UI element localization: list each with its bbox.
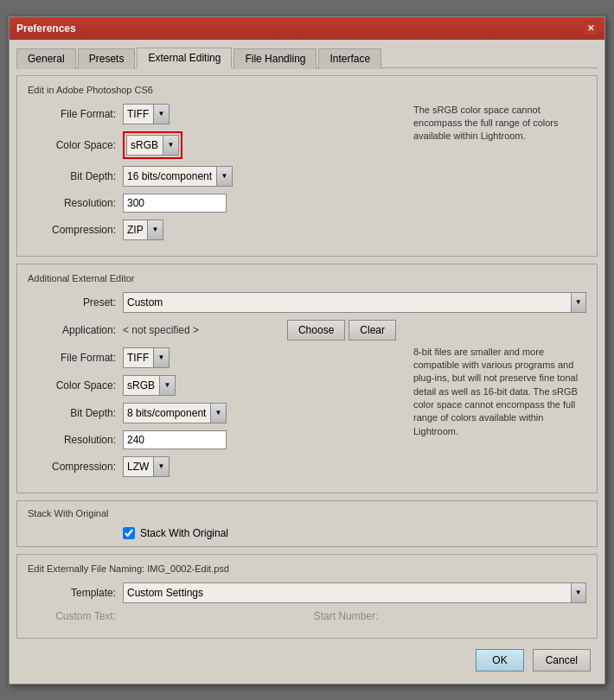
template-arrow[interactable]: ▼ <box>571 583 585 602</box>
template-label: Template: <box>28 587 123 599</box>
additional-bit-depth-label: Bit Depth: <box>28 407 123 419</box>
photoshop-color-space-wrapper: sRGB ▼ <box>126 135 179 156</box>
start-number-label: Start Number: <box>314 610 379 622</box>
photoshop-compression-row: Compression: ZIP ▼ <box>28 220 396 240</box>
ok-button[interactable]: OK <box>476 649 523 671</box>
additional-color-space-select[interactable]: sRGB <box>124 376 159 395</box>
photoshop-resolution-input[interactable] <box>123 194 227 213</box>
additional-fields: Application: < not specified > Choose Cl… <box>28 320 396 484</box>
additional-bit-depth-row: Bit Depth: 8 bits/component ▼ <box>28 403 396 423</box>
stack-checkbox-row: Stack With Original <box>123 527 586 539</box>
additional-preset-select[interactable]: Custom <box>124 293 571 312</box>
photoshop-compression-arrow[interactable]: ▼ <box>147 220 163 239</box>
photoshop-section-title: Edit in Adobe Photoshop CS6 <box>28 85 586 95</box>
stack-section-title: Stack With Original <box>28 508 586 519</box>
photoshop-resolution-row: Resolution: <box>28 194 396 213</box>
photoshop-color-space-arrow[interactable]: ▼ <box>163 136 178 155</box>
tab-file-handling[interactable]: File Handling <box>233 48 317 69</box>
custom-text-label: Custom Text: <box>28 610 123 622</box>
photoshop-file-format-wrapper: TIFF ▼ <box>123 104 169 124</box>
additional-preset-arrow[interactable]: ▼ <box>571 293 585 312</box>
additional-app-area: Application: < not specified > Choose Cl… <box>28 320 586 484</box>
tab-external-editing[interactable]: External Editing <box>137 48 232 68</box>
dialog-content: General Presets External Editing File Ha… <box>10 40 604 684</box>
additional-color-space-arrow[interactable]: ▼ <box>159 376 175 395</box>
title-bar-buttons: ✕ <box>584 22 598 35</box>
choose-button[interactable]: Choose <box>287 320 345 340</box>
file-naming-section: Edit Externally File Naming: IMG_0002-Ed… <box>16 554 598 639</box>
cancel-button[interactable]: Cancel <box>533 649 591 671</box>
photoshop-bit-depth-arrow[interactable]: ▼ <box>216 167 232 186</box>
tab-presets[interactable]: Presets <box>78 48 136 69</box>
template-row: Template: Custom Settings ▼ <box>28 582 586 603</box>
photoshop-form-area: File Format: TIFF ▼ Color Space: <box>28 104 586 247</box>
additional-preset-row: Preset: Custom ▼ <box>28 292 586 313</box>
additional-bit-depth-select[interactable]: 8 bits/component <box>124 404 210 423</box>
additional-bit-depth-wrapper: 8 bits/component ▼ <box>123 403 227 423</box>
additional-app-row: Application: < not specified > Choose Cl… <box>28 320 396 340</box>
additional-file-format-label: File Format: <box>28 352 123 364</box>
additional-file-format-wrapper: TIFF ▼ <box>123 347 169 368</box>
additional-color-space-row: Color Space: sRGB ▼ <box>28 375 396 396</box>
additional-compression-arrow[interactable]: ▼ <box>153 457 169 476</box>
additional-resolution-label: Resolution: <box>28 434 123 446</box>
photoshop-compression-label: Compression: <box>28 224 123 236</box>
photoshop-bit-depth-select[interactable]: 16 bits/component <box>124 167 216 186</box>
additional-resolution-input[interactable] <box>123 430 227 449</box>
additional-compression-row: Compression: LZW ▼ <box>28 456 396 477</box>
photoshop-compression-select[interactable]: ZIP <box>124 220 147 239</box>
custom-text-row: Custom Text: Start Number: <box>28 610 586 622</box>
template-wrapper: Custom Settings ▼ <box>123 582 586 603</box>
additional-bit-depth-arrow[interactable]: ▼ <box>210 404 226 423</box>
photoshop-bit-depth-wrapper: 16 bits/component ▼ <box>123 166 233 187</box>
photoshop-file-format-select[interactable]: TIFF <box>124 105 153 124</box>
additional-resolution-row: Resolution: <box>28 430 396 449</box>
additional-color-space-wrapper: sRGB ▼ <box>123 375 176 396</box>
photoshop-compression-wrapper: ZIP ▼ <box>123 220 163 240</box>
additional-file-format-arrow[interactable]: ▼ <box>153 348 169 367</box>
additional-compression-select[interactable]: LZW <box>124 457 153 476</box>
window-title: Preferences <box>16 22 76 35</box>
photoshop-color-space-label: Color Space: <box>28 139 123 151</box>
photoshop-section: Edit in Adobe Photoshop CS6 File Format:… <box>16 75 598 257</box>
photoshop-info-text: The sRGB color space cannot encompass th… <box>413 104 586 143</box>
additional-file-format-select[interactable]: TIFF <box>124 348 153 367</box>
photoshop-file-format-arrow[interactable]: ▼ <box>153 105 169 124</box>
photoshop-file-format-label: File Format: <box>28 108 123 120</box>
template-select[interactable]: Custom Settings <box>124 583 571 602</box>
photoshop-bit-depth-row: Bit Depth: 16 bits/component ▼ <box>28 166 396 187</box>
additional-compression-label: Compression: <box>28 461 123 473</box>
additional-compression-wrapper: LZW ▼ <box>123 456 169 477</box>
close-button[interactable]: ✕ <box>584 22 598 35</box>
additional-section-title: Additional External Editor <box>28 273 586 283</box>
additional-color-space-label: Color Space: <box>28 379 123 391</box>
photoshop-bit-depth-label: Bit Depth: <box>28 170 123 182</box>
additional-app-value: < not specified > <box>123 324 284 336</box>
additional-preset-label: Preset: <box>28 296 123 309</box>
photoshop-file-format-row: File Format: TIFF ▼ <box>28 104 396 124</box>
tab-general[interactable]: General <box>16 48 76 69</box>
stack-section: Stack With Original Stack With Original <box>16 500 598 547</box>
photoshop-color-space-select[interactable]: sRGB <box>127 136 163 155</box>
photoshop-color-space-row: Color Space: sRGB ▼ <box>28 131 396 159</box>
additional-preset-wrapper: Custom ▼ <box>123 292 586 313</box>
preferences-window: Preferences ✕ General Presets External E… <box>9 16 605 684</box>
stack-checkbox-label: Stack With Original <box>140 527 228 539</box>
additional-section: Additional External Editor Preset: Custo… <box>16 264 598 493</box>
file-naming-title: Edit Externally File Naming: IMG_0002-Ed… <box>28 563 586 574</box>
additional-app-label: Application: <box>28 324 123 336</box>
color-space-highlight: sRGB ▼ <box>123 131 182 159</box>
additional-file-format-row: File Format: TIFF ▼ <box>28 347 396 368</box>
footer-buttons: OK Cancel <box>16 642 598 677</box>
clear-button[interactable]: Clear <box>349 320 396 340</box>
photoshop-fields: File Format: TIFF ▼ Color Space: <box>28 104 396 247</box>
tab-bar: General Presets External Editing File Ha… <box>16 47 598 68</box>
photoshop-resolution-label: Resolution: <box>28 197 123 209</box>
additional-info-text: 8-bit files are smaller and more compati… <box>413 346 586 439</box>
stack-checkbox[interactable] <box>123 527 135 539</box>
title-bar: Preferences ✕ <box>10 17 604 40</box>
tab-interface[interactable]: Interface <box>318 48 381 69</box>
